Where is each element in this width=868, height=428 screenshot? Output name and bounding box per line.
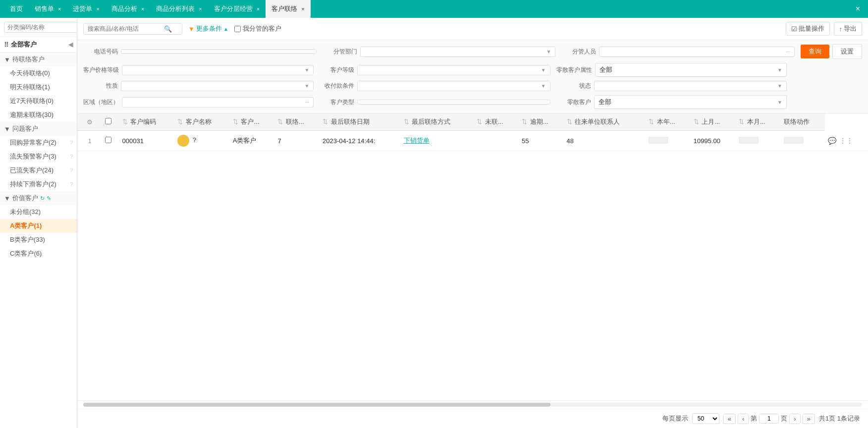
sort-icon-ctype: ⇅ bbox=[233, 118, 238, 125]
sidebar-search-input[interactable] bbox=[4, 22, 77, 33]
filter-customer-level-input[interactable]: ▼ bbox=[357, 65, 550, 75]
page-number-input[interactable] bbox=[759, 414, 779, 424]
row-last-method[interactable]: 下销货单 bbox=[401, 131, 474, 151]
col-last-month[interactable]: ⇅ 上月... bbox=[691, 113, 736, 131]
settings-button[interactable]: 设置 bbox=[832, 44, 862, 59]
filter-nature-input[interactable]: ▼ bbox=[121, 81, 314, 91]
col-contacts-person[interactable]: ⇅ 往来单位联系人 bbox=[564, 113, 646, 131]
col-contact-count[interactable]: ⇅ 联络... bbox=[274, 113, 320, 131]
sidebar-item-churn-warning[interactable]: 流失预警客户(3) ? bbox=[0, 150, 77, 163]
close-tab-analysis-list-icon[interactable]: × bbox=[199, 0, 202, 18]
prev-page-button[interactable]: ‹ bbox=[738, 414, 749, 424]
last-month-placeholder bbox=[739, 137, 759, 144]
query-button[interactable]: 查询 bbox=[801, 45, 829, 58]
filter-status-input[interactable]: ▼ bbox=[594, 81, 787, 91]
nav-home[interactable]: 首页 bbox=[4, 0, 29, 18]
sidebar-all-customers-header[interactable]: ⠿ 全部客户 ◀ bbox=[0, 37, 77, 53]
select-all-checkbox[interactable] bbox=[105, 118, 111, 124]
page-size-select[interactable]: 50 100 200 bbox=[692, 413, 719, 424]
close-tab-sales-icon[interactable]: × bbox=[58, 0, 61, 18]
row-more-icon[interactable]: ⋮⋮ bbox=[839, 137, 853, 145]
data-table-container: ⚙ ⇅ 客户编码 ⇅ 客户名称 bbox=[77, 113, 868, 400]
filter-retail-customer-input[interactable]: 全部 ▼ bbox=[594, 95, 787, 109]
nav-tab-purchase[interactable]: 进货单 × bbox=[67, 0, 105, 18]
export-icon: ↑ bbox=[839, 25, 843, 33]
col-last-date[interactable]: ⇅ 最后联络日期 bbox=[320, 113, 401, 131]
col-checkbox[interactable] bbox=[102, 113, 119, 131]
filter-row-4: 区域（地区） ··· 客户类型 零散客户 全部 ▼ bbox=[83, 95, 862, 109]
col-not-contacted[interactable]: ⇅ 未联... bbox=[474, 113, 519, 131]
filter-region-input[interactable]: ··· bbox=[122, 97, 314, 107]
sidebar-item-declining[interactable]: 持续下滑客户(2) ? bbox=[0, 177, 77, 191]
row-checkbox-cell[interactable] bbox=[102, 131, 119, 151]
close-tab-customer-mgmt-icon[interactable]: × bbox=[257, 0, 260, 18]
value-edit-icon[interactable]: ✎ bbox=[47, 195, 51, 202]
my-customers-checkbox[interactable] bbox=[234, 26, 241, 32]
col-name[interactable]: ⇅ 客户名称 bbox=[174, 113, 230, 131]
more-filters-btn[interactable]: ▼ 更多条件 ▲ bbox=[188, 24, 228, 33]
sidebar-item-b-class[interactable]: B类客户(33) bbox=[0, 233, 77, 247]
sidebar-item-c-class[interactable]: C类客户(6) bbox=[0, 247, 77, 261]
last-contact-link[interactable]: 下销货单 bbox=[404, 137, 430, 144]
nav-tab-analysis[interactable]: 商品分析 × bbox=[106, 0, 150, 18]
page-end-label: 页 bbox=[781, 414, 787, 423]
row-checkbox[interactable] bbox=[105, 137, 111, 143]
col-last-method[interactable]: ⇅ 最后联络方式 bbox=[401, 113, 474, 131]
nav-tab-analysis-list[interactable]: 商品分析列表 × bbox=[150, 0, 208, 18]
horizontal-scrollbar[interactable] bbox=[77, 400, 868, 409]
sidebar-item-a-class[interactable]: A类客户(1) bbox=[0, 219, 77, 233]
col-gear[interactable]: ⚙ bbox=[77, 113, 102, 131]
close-tab-purchase-icon[interactable]: × bbox=[96, 0, 99, 18]
col-customer-type[interactable]: ⇅ 客户... bbox=[230, 113, 275, 131]
filter-retail-attr-input[interactable]: 全部 ▼ bbox=[595, 63, 787, 77]
filter-person-input[interactable]: ··· bbox=[599, 47, 795, 57]
filter-customer-type-input[interactable] bbox=[357, 100, 550, 105]
search-box[interactable]: 🔍 bbox=[83, 23, 182, 35]
sidebar-collapse-icon[interactable]: ◀ bbox=[68, 41, 73, 48]
filter-price-level-input[interactable]: ▼ bbox=[122, 65, 314, 75]
batch-check-icon: ☑ bbox=[791, 25, 797, 33]
col-code[interactable]: ⇅ 客户编码 bbox=[119, 113, 175, 131]
filter-customer-level: 客户等级 ▼ bbox=[320, 65, 550, 75]
value-refresh-icon[interactable]: ↻ bbox=[40, 195, 45, 202]
filter-retail-attr-label: 零散客户属性 bbox=[556, 66, 592, 74]
sort-icon-overdue: ⇅ bbox=[522, 118, 527, 125]
sidebar-item-churned[interactable]: 已流失客户(24) ? bbox=[0, 163, 77, 177]
sidebar-item-ungrouped[interactable]: 未分组(32) bbox=[0, 205, 77, 219]
filter-phone-input[interactable] bbox=[121, 49, 317, 54]
filter-dept-input[interactable]: ▼ bbox=[360, 47, 556, 57]
sidebar-item-overdue[interactable]: 逾期未联络(30) bbox=[0, 108, 77, 122]
nav-tab-sales[interactable]: 销售单 × bbox=[29, 0, 67, 18]
sidebar-item-today[interactable]: 今天待联络(0) bbox=[0, 66, 77, 80]
sidebar-section-pending[interactable]: ▼ 待联络客户 bbox=[0, 53, 77, 66]
row-chat-icon[interactable]: 💬 bbox=[828, 137, 836, 145]
search-input[interactable] bbox=[88, 25, 162, 32]
sidebar-section-problem[interactable]: ▼ 问题客户 bbox=[0, 122, 77, 136]
next-page-button[interactable]: › bbox=[789, 414, 800, 424]
filter-retail-customer-label: 零散客户 bbox=[556, 98, 591, 107]
col-this-month[interactable]: ⇅ 本月... bbox=[736, 113, 781, 131]
col-overdue[interactable]: ⇅ 逾期... bbox=[519, 113, 564, 131]
settings-gear-icon[interactable]: ⚙ bbox=[87, 118, 93, 126]
nav-tab-customer-mgmt[interactable]: 客户分层经营 × bbox=[208, 0, 266, 18]
filter-payment-input[interactable]: ▼ bbox=[357, 81, 550, 91]
col-this-year[interactable]: ⇅ 本年... bbox=[646, 113, 691, 131]
price-arrow-icon: ▼ bbox=[304, 67, 309, 73]
close-tab-analysis-icon[interactable]: × bbox=[141, 0, 144, 18]
close-tab-customer-contact-icon[interactable]: × bbox=[301, 0, 304, 18]
export-button[interactable]: ↑ 导出 bbox=[834, 22, 863, 36]
last-page-button[interactable]: » bbox=[803, 414, 815, 424]
sidebar-item-7days[interactable]: 近7天待联络(0) bbox=[0, 94, 77, 108]
my-customers-checkbox-area[interactable]: 我分管的客户 bbox=[234, 24, 281, 33]
help-icon-2: ? bbox=[70, 154, 73, 160]
window-close-button[interactable]: × bbox=[852, 4, 864, 13]
sidebar-item-tomorrow[interactable]: 明天待联络(1) bbox=[0, 80, 77, 94]
sidebar-section-value[interactable]: ▼ 价值客户 ↻ ✎ bbox=[0, 191, 77, 205]
sidebar-item-repurchase-abnormal[interactable]: 回购异常客户(2) ? bbox=[0, 136, 77, 150]
first-page-button[interactable]: « bbox=[723, 414, 736, 424]
batch-operations-button[interactable]: ☑ 批量操作 bbox=[786, 22, 830, 36]
nav-tab-customer-contact[interactable]: 客户联络 × bbox=[266, 0, 310, 18]
scrollbar-thumb[interactable] bbox=[83, 403, 550, 407]
filter-search-icon[interactable]: 🔍 bbox=[164, 25, 172, 33]
scrollbar-track[interactable] bbox=[83, 403, 862, 407]
